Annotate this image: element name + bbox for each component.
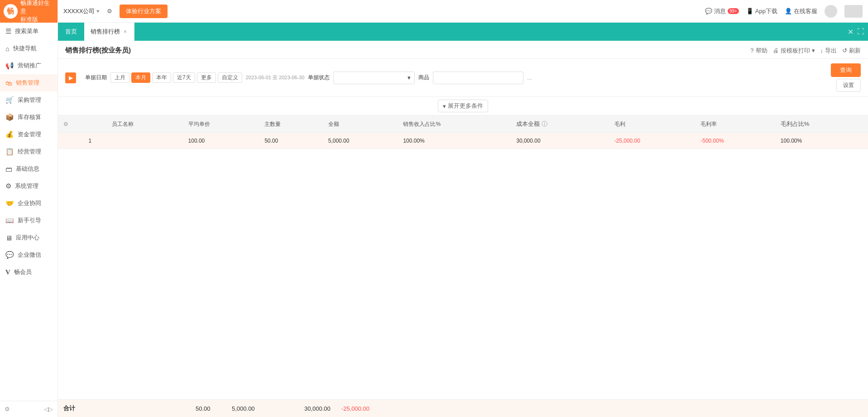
tab-close-icon[interactable]: × [123, 28, 128, 36]
cell-quantity: 50.00 [259, 133, 323, 149]
member-icon: V [5, 268, 10, 276]
tab-actions: ✕ ⛶ [844, 23, 868, 41]
col-sales-ratio: 销售收入占比% [398, 115, 511, 133]
system-icon: ⚙ [5, 182, 11, 190]
col-avg-price: 平均单价 [183, 115, 259, 133]
sidebar-item-system[interactable]: ⚙ 系统管理 [0, 177, 58, 195]
col-gross-ratio: 毛利占比% [775, 115, 868, 133]
date-btn-group: 上月 本月 本年 近7天 更多 自定义 [110, 72, 242, 83]
tab-home[interactable]: 首页 [58, 23, 84, 41]
expand-icon: ▾ [443, 103, 446, 110]
tab-sales-ranking[interactable]: 销售排行榜 × [84, 23, 134, 41]
app-center-icon: 🖥 [5, 234, 12, 242]
goods-input[interactable] [433, 72, 523, 84]
print-button[interactable]: 🖨 按模板打印 ▾ [773, 47, 815, 55]
tab-maximize-icon[interactable]: ⛶ [857, 28, 864, 36]
cell-gross-ratio: 100.00% [775, 133, 868, 149]
date-btn-last-month[interactable]: 上月 [110, 72, 129, 83]
app-download-icon: 📱 [746, 8, 753, 14]
filter-row: 单据日期 上月 本月 本年 近7天 更多 自定义 2023-06-01 至 20… [85, 72, 825, 84]
sidebar-item-quick-nav[interactable]: ⌂ 快捷导航 [0, 40, 58, 57]
cell-sales-ratio: 100.00% [398, 133, 511, 149]
sidebar-item-sales[interactable]: 🛍 销售管理 [0, 74, 58, 91]
page-header: 销售排行榜(按业务员) ? 帮助 🖨 按模板打印 ▾ ↓ 导出 ↺ 刷新 [58, 41, 868, 59]
cell-cost: 30,000.00 [511, 133, 609, 149]
footer-gross: -25,000.00 [336, 405, 375, 412]
company-selector[interactable]: XXXXX公司 ▾ [63, 7, 100, 15]
app-download-button[interactable]: 📱 App下载 [746, 7, 777, 15]
tab-window-close-icon[interactable]: ✕ [848, 28, 854, 36]
export-button[interactable]: ↓ 导出 [820, 47, 837, 55]
company-name: XXXXX公司 [63, 7, 95, 15]
filter-settings-button[interactable]: 设置 [836, 79, 861, 92]
logo-icon: 畅 [4, 4, 18, 19]
tab-spacer [134, 23, 844, 41]
query-button[interactable]: 查询 [831, 63, 861, 77]
cell-avg-price: 100.00 [183, 133, 259, 149]
sidebar-item-inventory[interactable]: 📦 库存核算 [0, 109, 58, 126]
date-btn-7days[interactable]: 近7天 [173, 72, 195, 83]
col-gross: 毛利 [609, 115, 695, 133]
finance-icon: 💰 [5, 130, 14, 139]
sidebar-bottom: ⚙ ◁▷ [0, 401, 58, 417]
status-select[interactable]: ▾ [333, 72, 415, 84]
sidebar-item-wechat[interactable]: 💬 企业微信 [0, 246, 58, 264]
topbar: XXXXX公司 ▾ ⚙ 体验行业方案 💬 消息 99+ 📱 App下载 👤 在线… [58, 0, 868, 23]
footer-cells: 50.00 5,000.00 30,000.00 -25,000.00 [154, 405, 863, 412]
sidebar-item-guide[interactable]: 📖 新手引导 [0, 212, 58, 229]
message-button[interactable]: 💬 消息 99+ [705, 7, 739, 15]
content-area: 销售排行榜(按业务员) ? 帮助 🖨 按模板打印 ▾ ↓ 导出 ↺ 刷新 [58, 41, 868, 417]
trial-button[interactable]: 体验行业方案 [120, 5, 168, 18]
topbar-settings-button[interactable]: ⚙ [103, 5, 116, 18]
sidebar-item-member[interactable]: V 畅会员 [0, 264, 58, 281]
col-employee: 员工名称 [106, 115, 183, 133]
logo-area: 畅 畅康通好生意 标准版 [0, 0, 58, 23]
cell-gross-rate: -500.00% [695, 133, 775, 149]
help-link[interactable]: ? 帮助 [750, 47, 767, 55]
refresh-button[interactable]: ↺ 刷新 [842, 47, 861, 55]
date-btn-custom[interactable]: 自定义 [218, 72, 242, 83]
sidebar-item-marketing[interactable]: 📢 营销推广 [0, 57, 58, 74]
date-btn-this-month[interactable]: 本月 [131, 72, 150, 83]
expand-more-button[interactable]: ▾ 展开更多条件 [438, 100, 488, 112]
sidebar-item-purchase[interactable]: 🛒 采购管理 [0, 91, 58, 109]
date-btn-more[interactable]: 更多 [197, 72, 216, 83]
query-actions: 查询 设置 [831, 63, 861, 92]
search-menu-icon: ☰ [5, 27, 11, 35]
cell-employee [106, 133, 183, 149]
status-label: 单据状态 [308, 74, 330, 81]
expand-row: ▾ 展开更多条件 [58, 97, 868, 115]
header-actions: ? 帮助 🖨 按模板打印 ▾ ↓ 导出 ↺ 刷新 [750, 47, 861, 55]
filter-collapse-button[interactable]: ▶ [65, 72, 76, 83]
topbar-right: 💬 消息 99+ 📱 App下载 👤 在线客服 [705, 5, 863, 18]
date-btn-this-year[interactable]: 本年 [152, 72, 171, 83]
sidebar-item-operations[interactable]: 📋 经营管理 [0, 143, 58, 160]
collapse-sidebar-icon[interactable]: ◁▷ [44, 406, 53, 412]
sidebar-item-base-info[interactable]: 🗃 基础信息 [0, 160, 58, 177]
sidebar-item-app-center[interactable]: 🖥 应用中心 [0, 229, 58, 246]
cost-info-icon[interactable]: ⓘ [542, 120, 547, 127]
user-name-area [844, 5, 863, 18]
quick-nav-icon: ⌂ [5, 45, 10, 53]
settings-bottom-icon[interactable]: ⚙ [5, 406, 10, 412]
cell-settings [58, 133, 74, 149]
sales-icon: 🛍 [5, 79, 12, 87]
sidebar-item-finance[interactable]: 💰 资金管理 [0, 126, 58, 143]
sidebar-item-search-menu[interactable]: ☰ 搜索菜单 [0, 23, 58, 40]
marketing-icon: 📢 [5, 62, 14, 70]
status-filter: 单据状态 ▾ [308, 72, 415, 84]
refresh-icon: ↺ [842, 47, 847, 54]
user-avatar[interactable] [825, 5, 837, 18]
message-badge: 99+ [728, 8, 739, 14]
sidebar-item-enterprise[interactable]: 🤝 企业协同 [0, 195, 58, 212]
logo-text: 畅康通好生意 标准版 [20, 0, 54, 24]
table-header-row: ⚙ 员工名称 平均单价 主数量 全额 销售收入占比% 成本全额 ⓘ 毛利 毛利率 [58, 115, 868, 133]
goods-filter: 商品 ... [418, 72, 532, 84]
col-settings[interactable]: ⚙ [58, 115, 74, 133]
date-filter-label: 单据日期 [85, 74, 107, 81]
help-icon: ? [750, 47, 753, 54]
goods-label: 商品 [418, 74, 429, 81]
online-service-button[interactable]: 👤 在线客服 [785, 7, 817, 15]
more-filter-btn[interactable]: ... [527, 75, 532, 81]
col-quantity: 主数量 [259, 115, 323, 133]
